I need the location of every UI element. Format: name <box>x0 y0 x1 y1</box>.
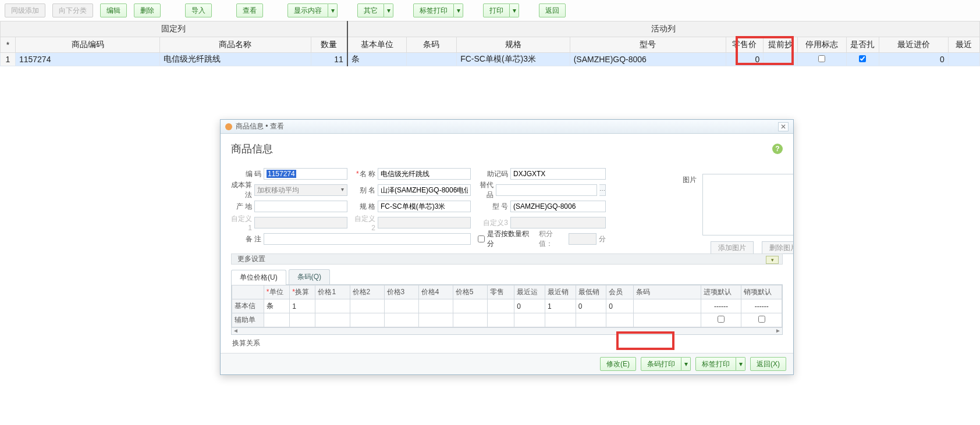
points-by-qty-checkbox[interactable] <box>478 235 485 242</box>
col-out-def: 销项默认 <box>741 285 782 299</box>
print-button[interactable]: 打印 <box>483 3 510 17</box>
barcode-print-button[interactable]: 条码打印 <box>641 357 681 371</box>
cell-recent-i: 1 <box>545 299 576 313</box>
col-name[interactable]: 商品名称 <box>160 37 311 53</box>
label-print-button-2[interactable]: 标签打印 <box>695 357 736 371</box>
edit-button[interactable]: 编辑 <box>100 3 127 17</box>
row-marker-header: * <box>1 37 16 53</box>
main-toolbar: 同级添加 向下分类 编辑 删除 导入 查看 显示内容 ▾ 其它 ▾ 标签打印 ▾… <box>0 0 980 21</box>
col-barcode[interactable]: 条码 <box>406 37 456 53</box>
cell-name: 电信级光纤跳线 <box>160 53 311 66</box>
more-settings-label: 更多设置 <box>237 254 265 264</box>
col-code[interactable]: 商品编码 <box>15 37 159 53</box>
col-p5: 价格5 <box>453 285 487 299</box>
print-dropdown[interactable]: 打印 ▾ <box>483 3 519 17</box>
help-icon[interactable]: ? <box>772 144 783 154</box>
label-image: 图片 <box>666 175 697 185</box>
label-print-dropdown[interactable]: 标签打印 ▾ <box>413 3 463 17</box>
barcode-print-dropdown[interactable]: 条码打印 ▾ <box>641 357 691 371</box>
label-print-button[interactable]: 标签打印 <box>413 3 454 17</box>
col-recent-in[interactable]: 最近进价 <box>879 37 949 53</box>
col-model[interactable]: 型号 <box>570 37 726 53</box>
spec-field[interactable] <box>378 201 471 212</box>
col-ispush[interactable]: 是否扎 <box>846 37 879 53</box>
chevron-down-icon[interactable]: ▾ <box>766 256 779 264</box>
chevron-down-icon[interactable]: ▾ <box>510 3 519 17</box>
in-def-checkbox[interactable] <box>718 316 725 323</box>
cell-unit[interactable]: 条 <box>264 299 289 313</box>
table-row[interactable]: 1 1157274 电信级光纤跳线 11 条 FC-SC单模(单芯)3米 (SA… <box>1 53 980 66</box>
chevron-down-icon[interactable]: ▾ <box>384 3 393 17</box>
cell-recent-in: 0 <box>879 53 949 66</box>
unit-price-table: 单位 换算 价格1 价格2 价格3 价格4 价格5 零售 最近运 最近销 最低销… <box>231 285 783 335</box>
fixed-columns-header: 固定列 <box>1 22 347 37</box>
label-custom2: 自定义2 <box>354 214 375 232</box>
cell-model: (SAMZHE)GQ-8006 <box>570 53 726 66</box>
show-content-button[interactable]: 显示内容 <box>287 3 328 17</box>
cell-stopflag[interactable] <box>797 53 846 66</box>
col-p2: 价格2 <box>350 285 384 299</box>
stopflag-checkbox[interactable] <box>818 55 825 62</box>
chevron-down-icon[interactable]: ▾ <box>328 3 338 17</box>
cell-unit: 条 <box>347 53 407 66</box>
cell-barcode <box>406 53 456 66</box>
ispush-checkbox[interactable] <box>859 55 866 62</box>
chevron-down-icon[interactable]: ▾ <box>681 357 691 371</box>
cell-qty: 11 <box>311 53 347 66</box>
table-row[interactable]: 基本信 条 1 0 1 0 0 ------ ------ <box>232 299 782 313</box>
more-settings-bar[interactable]: 更多设置 ▾ <box>231 253 783 265</box>
alias-field[interactable] <box>378 184 471 196</box>
model-field[interactable] <box>510 201 606 212</box>
label-print-dropdown-2[interactable]: 标签打印 ▾ <box>695 357 745 371</box>
show-content-dropdown[interactable]: 显示内容 ▾ <box>287 3 338 17</box>
cell-out-def: ------ <box>741 299 782 313</box>
chevron-down-icon[interactable]: ▾ <box>736 357 745 371</box>
col-convert: 换算 <box>290 285 315 299</box>
replace-field[interactable] <box>496 184 597 196</box>
other-dropdown[interactable]: 其它 ▾ <box>357 3 393 17</box>
close-icon[interactable]: ✕ <box>778 122 789 131</box>
origin-field[interactable] <box>254 201 347 212</box>
back-button[interactable]: 返回 <box>539 3 566 17</box>
cell-convert[interactable]: 1 <box>290 299 315 313</box>
row-basic-label: 基本信 <box>232 299 264 313</box>
product-table: 固定列 活动列 * 商品编码 商品名称 数量 基本单位 条码 规格 型号 零售价… <box>0 21 980 66</box>
other-button[interactable]: 其它 <box>357 3 384 17</box>
col-blank <box>232 285 264 299</box>
col-stopflag[interactable]: 停用标志 <box>797 37 846 53</box>
delete-button[interactable]: 删除 <box>134 3 161 17</box>
tab-unit-price[interactable]: 单位价格(U) <box>231 270 286 285</box>
col-recent[interactable]: 最近 <box>948 37 979 53</box>
col-qty[interactable]: 数量 <box>311 37 347 53</box>
horizontal-scrollbar[interactable] <box>232 327 782 334</box>
label-name: 名 称 <box>354 169 375 179</box>
view-button[interactable]: 查看 <box>236 3 263 17</box>
code-field[interactable]: 1157274 <box>264 168 347 180</box>
col-unit[interactable]: 基本单位 <box>347 37 407 53</box>
cell-ispush[interactable] <box>846 53 879 66</box>
dialog-titlebar[interactable]: 商品信息 • 查看 ✕ <box>221 120 793 134</box>
label-spec: 规 格 <box>354 202 375 212</box>
label-origin: 产 地 <box>231 202 252 212</box>
back-button-dialog[interactable]: 返回(X) <box>750 357 786 371</box>
remark-field[interactable] <box>264 233 471 245</box>
cost-algo-select[interactable] <box>254 184 347 196</box>
col-advance[interactable]: 提前抄 <box>764 37 797 53</box>
points-value-field <box>569 233 596 245</box>
col-unit: 单位 <box>264 285 289 299</box>
name-field[interactable] <box>378 168 471 180</box>
cell-recent <box>948 53 979 66</box>
col-retail[interactable]: 零售价 <box>726 37 764 53</box>
custom1-field <box>254 217 347 228</box>
ellipsis-icon[interactable]: ⋯ <box>599 184 606 196</box>
table-row[interactable]: 辅助单 <box>232 313 782 327</box>
tab-barcode[interactable]: 条码(Q) <box>289 269 330 284</box>
modify-button[interactable]: 修改(E) <box>600 357 636 371</box>
out-def-checkbox[interactable] <box>758 316 765 323</box>
import-button[interactable]: 导入 <box>185 3 212 17</box>
label-custom3: 自定义3 <box>478 218 508 228</box>
col-spec[interactable]: 规格 <box>457 37 570 53</box>
chevron-down-icon[interactable]: ▾ <box>454 3 463 17</box>
image-panel[interactable] <box>702 174 793 235</box>
mnemonic-field[interactable] <box>510 168 606 180</box>
